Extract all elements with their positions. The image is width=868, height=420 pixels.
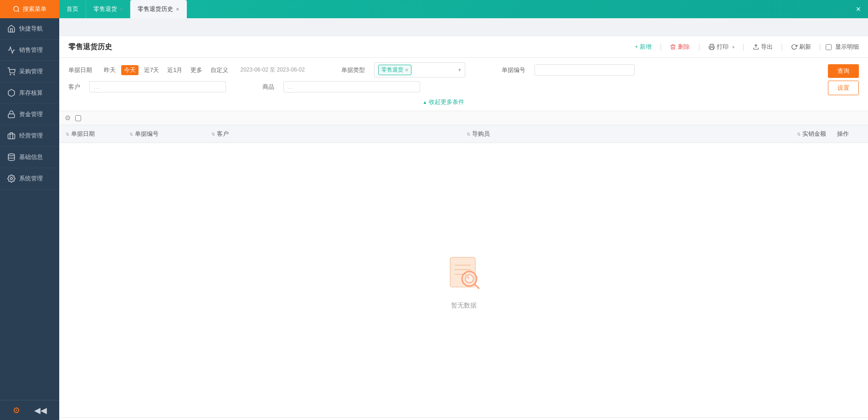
export-button[interactable]: 导出 — [749, 41, 776, 53]
tab-retail-return[interactable]: 零售退货 × — [86, 0, 130, 18]
svg-point-3 — [14, 74, 15, 75]
refresh-button[interactable]: 刷新 — [787, 41, 815, 53]
delete-label: 删除 — [678, 43, 690, 51]
voucher-filter-label: 单据编号 — [502, 66, 525, 74]
sidebar-item-label: 快捷导航 — [19, 25, 43, 33]
sidebar-item-operations[interactable]: 经营管理 — [0, 125, 59, 147]
col-ops: 操作 — [832, 125, 868, 143]
voucher-input[interactable] — [534, 64, 635, 76]
set-button[interactable]: 设置 — [828, 81, 859, 95]
date-opt-yesterday[interactable]: 昨天 — [101, 65, 118, 75]
print-button[interactable]: 打印 ▾ — [705, 41, 738, 53]
date-opt-more[interactable]: 更多 — [188, 65, 205, 75]
tab-retail-return-close[interactable]: × — [120, 6, 123, 12]
header-actions: + 新增 | 删除 | 打印 ▾ | 导出 | 刷新 | — [631, 41, 859, 53]
show-detail-checkbox-label[interactable]: 显示明细 — [826, 43, 859, 51]
tab-retail-return-history-label: 零售退货历史 — [138, 5, 173, 13]
sidebar-item-basic-info[interactable]: 基础信息 — [0, 147, 59, 168]
goods-filter-label: 商品 — [262, 83, 274, 91]
filter-section: 单据日期 昨天 今天 近7天 近1月 更多 自定义 2023-06-02 至 2… — [59, 58, 868, 111]
svg-point-6 — [8, 154, 15, 156]
svg-line-1 — [18, 10, 19, 12]
show-detail-checkbox[interactable] — [826, 44, 832, 50]
tab-retail-return-label: 零售退货 — [93, 5, 117, 13]
query-button[interactable]: 查询 — [828, 64, 859, 78]
customer-select[interactable]: … — [89, 81, 226, 92]
type-tag: 零售退货 × — [378, 65, 411, 75]
date-opt-last7[interactable]: 近7天 — [141, 65, 162, 75]
sidebar-item-system[interactable]: 系统管理 — [0, 168, 59, 190]
delete-icon — [670, 44, 676, 50]
table-config-icon[interactable]: ⚙ — [65, 114, 71, 122]
database-icon — [7, 153, 15, 161]
customer-placeholder: … — [93, 83, 99, 90]
page-title: 零售退货历史 — [68, 42, 112, 52]
svg-rect-8 — [710, 47, 713, 50]
sidebar-search-label: 搜索菜单 — [23, 5, 46, 13]
sidebar-item-purchase-mgmt[interactable]: 采购管理 — [0, 61, 59, 82]
page-header: 零售退货历史 + 新增 | 删除 | 打印 ▾ | 导出 | 刷新 — [59, 36, 868, 58]
data-table: ⇅ 单据日期 ⇅ 单据编号 ⇅ 客户 ⇅ 导购员 — [59, 125, 868, 143]
top-bar: 首页 零售退货 × 零售退货历史 × × — [0, 0, 868, 18]
sidebar-footer: ⚙ ◀◀ — [0, 400, 59, 420]
date-range-display: 2023-06-02 至 2023-06-02 — [240, 66, 304, 74]
collapse-chevron-icon: ▲ — [423, 100, 427, 105]
customer-filter-label: 客户 — [68, 83, 80, 91]
select-all-checkbox[interactable] — [75, 115, 81, 121]
box-icon — [7, 89, 15, 97]
lock-icon — [7, 110, 15, 118]
sidebar-item-label: 资金管理 — [19, 110, 43, 118]
home-icon — [7, 25, 15, 33]
col-customer: ⇅ 客户 — [205, 125, 460, 143]
print-icon — [709, 44, 715, 50]
settings-icon[interactable]: ⚙ — [13, 405, 20, 415]
new-button[interactable]: + 新增 — [631, 41, 655, 53]
goods-select[interactable]: … — [283, 81, 420, 92]
col-guide-label: 导购员 — [472, 130, 490, 137]
export-icon — [753, 44, 759, 50]
collapse-label: 收起更多条件 — [429, 98, 464, 106]
sidebar-item-sales-mgmt[interactable]: 销售管理 — [0, 40, 59, 61]
collapse-button[interactable]: ▲ 收起更多条件 — [423, 98, 465, 106]
sidebar-item-label: 基础信息 — [19, 153, 43, 161]
type-tag-value: 零售退货 — [381, 66, 403, 74]
tab-retail-return-history[interactable]: 零售退货历史 × — [130, 0, 186, 18]
col-customer-sort-icon[interactable]: ⇅ — [211, 132, 215, 137]
col-voucher-label: 单据编号 — [135, 130, 159, 137]
col-guide: ⇅ 导购员 — [460, 125, 768, 143]
sidebar-item-label: 库存核算 — [19, 89, 43, 97]
col-voucher-sort-icon[interactable]: ⇅ — [129, 132, 133, 137]
tab-retail-return-history-close[interactable]: × — [176, 6, 179, 12]
sidebar-item-label: 系统管理 — [19, 174, 43, 183]
tab-home[interactable]: 首页 — [59, 0, 86, 18]
filter-row-2: 客户 … 商品 … — [68, 81, 819, 92]
date-opt-custom[interactable]: 自定义 — [208, 65, 231, 75]
sidebar-item-label: 经营管理 — [19, 132, 43, 140]
sidebar-item-inventory[interactable]: 库存核算 — [0, 82, 59, 104]
volume-icon[interactable]: ◀◀ — [34, 405, 47, 415]
window-close-button[interactable]: × — [856, 5, 861, 14]
sidebar-item-finance[interactable]: 资金管理 — [0, 104, 59, 125]
col-date: ⇅ 单据日期 — [59, 125, 123, 143]
main-content: 零售退货历史 + 新增 | 删除 | 打印 ▾ | 导出 | 刷新 — [59, 36, 868, 420]
col-guide-sort-icon[interactable]: ⇅ — [467, 132, 470, 137]
briefcase-icon — [7, 132, 15, 140]
table-header: ⇅ 单据日期 ⇅ 单据编号 ⇅ 客户 ⇅ 导购员 — [59, 125, 868, 143]
svg-point-7 — [10, 178, 13, 180]
goods-placeholder: … — [288, 83, 293, 90]
gear-icon — [7, 174, 15, 183]
delete-button[interactable]: 删除 — [666, 41, 693, 53]
sidebar-item-quick-nav[interactable]: 快捷导航 — [0, 18, 59, 40]
sidebar-search[interactable]: 搜索菜单 — [0, 0, 59, 18]
col-amount-sort-icon[interactable]: ⇅ — [797, 132, 801, 137]
show-detail-label: 显示明细 — [835, 43, 859, 51]
type-select[interactable]: 零售退货 × ▾ — [374, 62, 465, 77]
export-label: 导出 — [761, 43, 773, 51]
type-tag-remove[interactable]: × — [405, 67, 408, 73]
col-date-sort-icon[interactable]: ⇅ — [66, 132, 69, 137]
date-opt-today[interactable]: 今天 — [121, 65, 139, 75]
date-opt-last-month[interactable]: 近1月 — [164, 65, 185, 75]
col-amount-label: 实销金额 — [802, 130, 826, 137]
svg-rect-4 — [8, 114, 15, 118]
svg-rect-5 — [8, 134, 15, 139]
